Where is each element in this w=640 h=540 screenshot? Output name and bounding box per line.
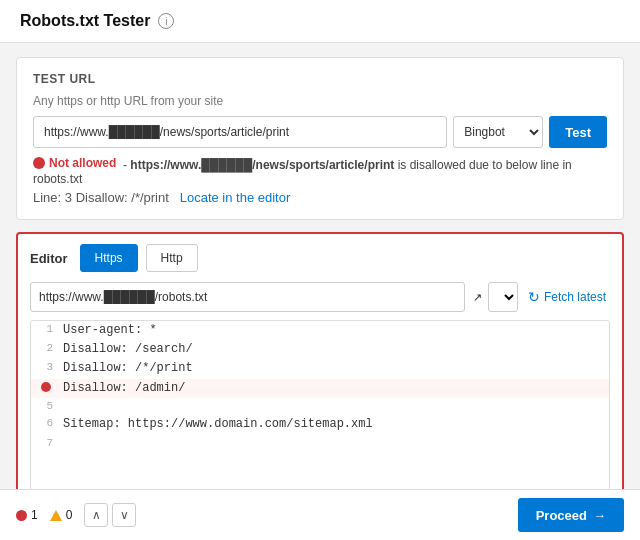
line-content: Disallow: /admin/ xyxy=(59,379,609,398)
status-row: 1 0 ∧ ∨ xyxy=(16,503,136,527)
warning-triangle-icon xyxy=(50,510,62,521)
error-count-item: 1 xyxy=(16,508,38,522)
line-number: 7 xyxy=(31,435,59,453)
code-editor[interactable]: 1User-agent: *2Disallow: /search/3Disall… xyxy=(30,320,610,489)
line-error-dot-icon xyxy=(41,382,51,392)
bottom-bar: 1 0 ∧ ∨ Proceed → xyxy=(0,489,640,540)
line-content: Disallow: /*/print xyxy=(59,359,609,378)
line-content: User-agent: * xyxy=(59,321,609,340)
error-count: 1 xyxy=(31,508,38,522)
nav-up-button[interactable]: ∧ xyxy=(84,503,108,527)
editor-title: Editor xyxy=(30,251,68,266)
warning-count-item: 0 xyxy=(50,508,73,522)
error-dot-icon xyxy=(16,510,27,521)
line-number: 6 xyxy=(31,415,59,434)
test-url-label: Test URL xyxy=(33,72,607,86)
line-number: 2 xyxy=(31,340,59,359)
nav-down-button[interactable]: ∨ xyxy=(112,503,136,527)
line-number xyxy=(31,379,59,398)
tab-http[interactable]: Http xyxy=(146,244,198,272)
url-input[interactable] xyxy=(33,116,447,148)
result-url: https://www.██████/news/sports/article/p… xyxy=(130,158,394,172)
line-number: 3 xyxy=(31,359,59,378)
editor-header: Editor Https Http xyxy=(30,244,610,272)
nav-arrows: ∧ ∨ xyxy=(84,503,136,527)
editor-card: Editor Https Http ↗ ↻ Fetch latest 1User… xyxy=(16,232,624,489)
code-table: 1User-agent: *2Disallow: /search/3Disall… xyxy=(31,321,609,452)
line-number: 5 xyxy=(31,398,59,416)
editor-url-row: ↗ ↻ Fetch latest xyxy=(30,282,610,312)
result-row: Not allowed - https://www.██████/news/sp… xyxy=(33,156,607,186)
line-content xyxy=(59,398,609,416)
line-number: 1 xyxy=(31,321,59,340)
proceed-arrow-icon: → xyxy=(593,508,606,523)
warning-count: 0 xyxy=(66,508,73,522)
line-content: Disallow: /search/ xyxy=(59,340,609,359)
fetch-latest-button[interactable]: ↻ Fetch latest xyxy=(524,289,610,305)
main-content: Test URL Any https or http URL from your… xyxy=(0,43,640,489)
test-url-card: Test URL Any https or http URL from your… xyxy=(16,57,624,220)
line-content: Sitemap: https://www.domain.com/sitemap.… xyxy=(59,415,609,434)
page-wrapper: Robots.txt Tester i Test URL Any https o… xyxy=(0,0,640,540)
page-header: Robots.txt Tester i xyxy=(0,0,640,43)
refresh-icon: ↻ xyxy=(528,289,540,305)
locate-in-editor-link[interactable]: Locate in the editor xyxy=(180,190,291,205)
tab-https[interactable]: Https xyxy=(80,244,138,272)
url-dropdown[interactable] xyxy=(488,282,518,312)
info-icon[interactable]: i xyxy=(158,13,174,29)
test-url-hint: Any https or http URL from your site xyxy=(33,94,607,108)
bot-select[interactable]: Bingbot Googlebot Other xyxy=(453,116,543,148)
external-link-icon: ↗ xyxy=(473,291,482,304)
test-button[interactable]: Test xyxy=(549,116,607,148)
page-title: Robots.txt Tester xyxy=(20,12,150,30)
url-row: Bingbot Googlebot Other Test xyxy=(33,116,607,148)
result-line: Line: 3 Disallow: /*/print Locate in the… xyxy=(33,190,607,205)
proceed-button[interactable]: Proceed → xyxy=(518,498,624,532)
line-content xyxy=(59,435,609,453)
not-allowed-badge: Not allowed xyxy=(33,156,116,170)
editor-url-input[interactable] xyxy=(30,282,465,312)
